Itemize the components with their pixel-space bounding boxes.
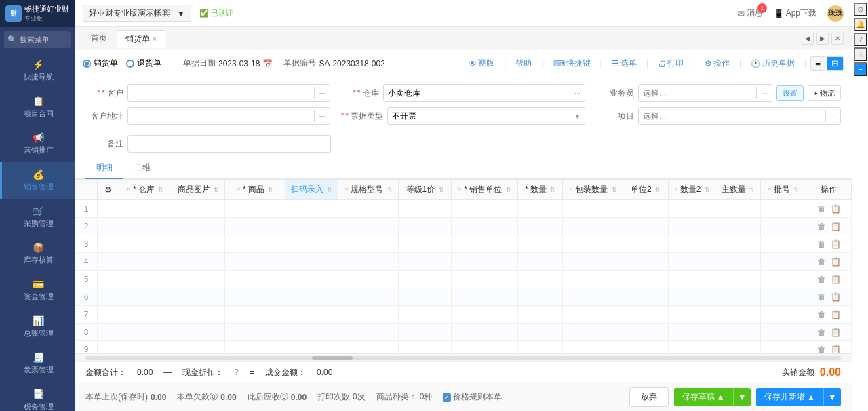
row-quantity[interactable] xyxy=(517,288,563,306)
row-product-img[interactable] xyxy=(172,306,224,324)
row-copy-icon[interactable]: 📋 xyxy=(830,274,841,285)
question-icon[interactable]: ? xyxy=(234,368,239,377)
calendar-icon[interactable]: 📅 xyxy=(262,59,273,68)
row-qty2[interactable] xyxy=(669,306,715,324)
row-unit2[interactable] xyxy=(623,235,669,253)
notes-input[interactable] xyxy=(127,135,331,153)
sidebar-item-purchase[interactable]: 🛒 采购管理 xyxy=(0,199,75,235)
sort-icon-grade[interactable]: ⇅ xyxy=(439,187,444,193)
row-delete-icon[interactable]: 🗑 xyxy=(816,327,827,338)
save-draft-dropdown-button[interactable]: ▼ xyxy=(733,388,751,406)
sidebar-item-marketing[interactable]: 📢 营销推广 xyxy=(0,125,75,162)
row-quantity[interactable] xyxy=(517,271,563,288)
tab-2d[interactable]: 二维 xyxy=(123,158,161,179)
warehouse-dots-button[interactable]: ··· xyxy=(570,87,585,99)
help-button[interactable]: 帮助 xyxy=(510,56,537,71)
sidebar-item-ledger[interactable]: 📊 总账管理 xyxy=(0,309,75,345)
row-warehouse[interactable] xyxy=(119,288,172,306)
row-product-img[interactable] xyxy=(172,288,224,306)
row-product-img[interactable] xyxy=(172,218,224,235)
right-panel-btn-5[interactable]: ≡ xyxy=(854,62,867,76)
company-selector[interactable]: 好业财专业版演示帐套 ▼ xyxy=(83,5,191,22)
row-unit2[interactable] xyxy=(623,200,669,218)
project-dots-button[interactable]: ··· xyxy=(825,110,840,122)
row-product-img[interactable] xyxy=(172,200,224,218)
row-spec[interactable] xyxy=(338,324,399,341)
th-settings[interactable]: ⚙ xyxy=(98,180,119,200)
row-delete-icon[interactable]: 🗑 xyxy=(816,292,827,302)
address-input[interactable] xyxy=(128,109,314,123)
row-grade-price[interactable] xyxy=(399,271,452,288)
row-unit2[interactable] xyxy=(623,271,669,288)
salesperson-input-wrapper[interactable]: ··· xyxy=(638,84,772,102)
row-main-qty[interactable] xyxy=(715,306,761,324)
row-main-qty[interactable] xyxy=(715,324,761,341)
save-draft-button[interactable]: 保存草稿 ▲ xyxy=(674,388,733,406)
row-copy-icon[interactable]: 📋 xyxy=(830,309,841,320)
sort-icon-pack[interactable]: ⇅ xyxy=(612,187,617,193)
row-sales-unit[interactable] xyxy=(452,235,518,253)
history-button[interactable]: 🕐 历史单据 xyxy=(745,56,800,71)
row-grade-price[interactable] xyxy=(399,200,452,218)
save-new-button[interactable]: 保存并新增 ▲ xyxy=(756,388,823,406)
row-quantity[interactable] xyxy=(517,306,563,324)
row-quantity[interactable] xyxy=(517,200,563,218)
sidebar-search-area[interactable]: 🔍 搜索菜单 xyxy=(0,27,75,52)
tab-next-button[interactable]: ▶ xyxy=(816,33,829,45)
row-barcode[interactable] xyxy=(285,235,338,253)
row-warehouse[interactable] xyxy=(119,253,172,271)
row-main-qty[interactable] xyxy=(715,200,761,218)
row-batch[interactable] xyxy=(761,306,806,324)
row-quantity[interactable] xyxy=(517,235,563,253)
row-sales-unit[interactable] xyxy=(452,218,518,235)
app-download-button[interactable]: 📱 App下载 xyxy=(774,7,816,19)
customer-dots-button[interactable]: ··· xyxy=(314,87,329,99)
shortcut-button[interactable]: ⌨ 快捷键 xyxy=(548,56,596,71)
row-unit2[interactable] xyxy=(623,288,669,306)
row-unit2[interactable] xyxy=(623,253,669,271)
customer-input[interactable] xyxy=(128,86,314,100)
right-panel-btn-2[interactable]: 🔔 xyxy=(854,18,867,31)
warehouse-input[interactable] xyxy=(384,86,570,100)
row-spec[interactable] xyxy=(338,218,399,235)
sort-icon-qty2[interactable]: ⇅ xyxy=(705,187,710,193)
sort-icon-unit2[interactable]: ⇅ xyxy=(655,187,660,193)
row-grade-price[interactable] xyxy=(399,324,452,341)
customer-input-wrapper[interactable]: ··· xyxy=(127,84,330,102)
row-quantity[interactable] xyxy=(517,341,563,354)
row-delete-icon[interactable]: 🗑 xyxy=(816,239,827,250)
row-unit2[interactable] xyxy=(623,324,669,341)
right-panel-btn-4[interactable]: ☆ xyxy=(854,47,867,61)
sidebar-item-project[interactable]: 📋 项目合同 xyxy=(0,89,75,125)
invoice-select-wrapper[interactable]: 不开票 增值税普通发票 增值税专用发票 ▼ xyxy=(387,107,585,125)
sidebar-item-funds[interactable]: 💳 资金管理 xyxy=(0,272,75,309)
row-pack-qty[interactable] xyxy=(563,218,623,235)
save-new-dropdown-button[interactable]: ▼ xyxy=(823,388,841,406)
search-menu-button[interactable]: 🔍 搜索菜单 xyxy=(4,31,71,48)
row-copy-icon[interactable]: 📋 xyxy=(830,221,841,232)
sort-icon-product[interactable]: ⇅ xyxy=(268,187,273,193)
row-delete-icon[interactable]: 🗑 xyxy=(816,274,827,285)
row-batch[interactable] xyxy=(761,218,806,235)
row-warehouse[interactable] xyxy=(119,324,172,341)
row-qty2[interactable] xyxy=(669,200,715,218)
row-barcode[interactable] xyxy=(285,324,338,341)
row-product-img[interactable] xyxy=(172,253,224,271)
row-barcode[interactable] xyxy=(285,253,338,271)
view-button[interactable]: 👁 视版 xyxy=(463,56,500,71)
sidebar-item-inventory[interactable]: 📦 库存核算 xyxy=(0,235,75,272)
project-input[interactable] xyxy=(639,109,825,123)
project-input-wrapper[interactable]: ··· xyxy=(638,107,841,125)
row-product[interactable] xyxy=(224,271,285,288)
row-product[interactable] xyxy=(224,324,285,341)
row-product-img[interactable] xyxy=(172,341,224,354)
row-unit2[interactable] xyxy=(623,218,669,235)
row-qty2[interactable] xyxy=(669,288,715,306)
scrollbar-thumb[interactable] xyxy=(312,356,353,360)
price-check-checkbox[interactable]: 价格规则本单 xyxy=(443,391,502,403)
row-product[interactable] xyxy=(224,218,285,235)
row-delete-icon[interactable]: 🗑 xyxy=(816,309,827,320)
row-product[interactable] xyxy=(224,235,285,253)
row-spec[interactable] xyxy=(338,306,399,324)
row-barcode[interactable] xyxy=(285,306,338,324)
